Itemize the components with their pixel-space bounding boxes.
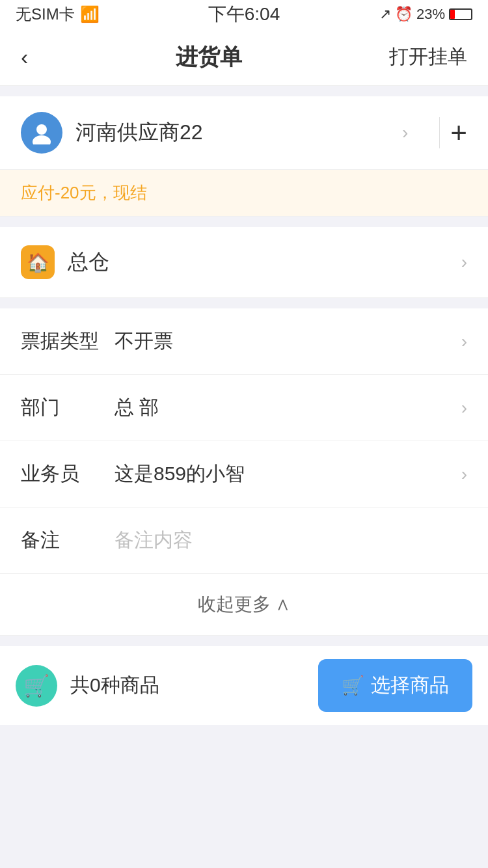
select-btn-icon: 🛒 xyxy=(342,675,364,696)
product-count-label: 共0种商品 xyxy=(70,672,318,699)
battery-label: 23% xyxy=(416,6,445,23)
body-fill xyxy=(0,725,488,868)
status-bar: 无SIM卡 📶 下午6:04 ↗ ⏰ 23% xyxy=(0,0,488,29)
section-gap-1 xyxy=(0,86,488,96)
supplier-name: 河南供应商22 xyxy=(75,118,402,147)
warehouse-row[interactable]: 🏠 总仓 › xyxy=(0,227,488,298)
salesperson-value: 这是859的小智 xyxy=(115,461,461,487)
warehouse-chevron-icon: › xyxy=(461,252,467,273)
open-pending-button[interactable]: 打开挂单 xyxy=(389,44,467,70)
collapse-label: 收起更多 ∧ xyxy=(198,592,291,617)
department-label: 部门 xyxy=(21,394,99,421)
salesperson-label: 业务员 xyxy=(21,461,99,487)
invoice-value: 不开票 xyxy=(115,328,461,355)
battery-bar xyxy=(449,8,472,20)
svg-point-1 xyxy=(33,135,51,144)
invoice-chevron-icon: › xyxy=(461,331,467,352)
status-left: 无SIM卡 📶 xyxy=(16,4,100,25)
nav-title: 进货单 xyxy=(176,42,242,72)
warehouse-icon-wrap: 🏠 xyxy=(21,245,55,279)
wifi-icon: 📶 xyxy=(80,5,100,23)
location-icon: ↗ xyxy=(379,6,391,23)
supplier-section: 河南供应商22 › + 应付-20元，现结 xyxy=(0,96,488,217)
warehouse-icon: 🏠 xyxy=(27,252,49,273)
supplier-row[interactable]: 河南供应商22 › + xyxy=(0,96,488,170)
vertical-divider xyxy=(439,117,440,148)
note-row[interactable]: 备注 备注内容 xyxy=(0,508,488,574)
select-btn-label: 选择商品 xyxy=(371,672,449,699)
note-label: 备注 xyxy=(21,527,99,554)
product-bar: 🛒 共0种商品 🛒 选择商品 xyxy=(0,646,488,725)
section-gap-2 xyxy=(0,217,488,227)
svg-point-0 xyxy=(36,124,47,135)
invoice-label: 票据类型 xyxy=(21,328,99,355)
add-supplier-button[interactable]: + xyxy=(450,118,467,147)
back-button[interactable]: ‹ xyxy=(21,44,28,70)
carrier-label: 无SIM卡 xyxy=(16,4,75,25)
warehouse-section: 🏠 总仓 › xyxy=(0,227,488,298)
section-gap-3 xyxy=(0,298,488,308)
supplier-avatar xyxy=(21,112,62,154)
invoice-row[interactable]: 票据类型 不开票 › xyxy=(0,308,488,375)
warehouse-label: 总仓 xyxy=(68,248,461,277)
note-placeholder: 备注内容 xyxy=(115,527,467,554)
status-time: 下午6:04 xyxy=(208,2,280,27)
alarm-icon: ⏰ xyxy=(395,6,413,23)
salesperson-row[interactable]: 业务员 这是859的小智 › xyxy=(0,441,488,508)
person-icon xyxy=(30,121,53,144)
product-cart-icon: 🛒 xyxy=(23,673,49,698)
collapse-row[interactable]: 收起更多 ∧ xyxy=(0,574,488,636)
nav-bar: ‹ 进货单 打开挂单 xyxy=(0,29,488,86)
alert-text: 应付-20元，现结 xyxy=(21,183,147,202)
department-value: 总 部 xyxy=(115,394,461,421)
form-section: 票据类型 不开票 › 部门 总 部 › 业务员 这是859的小智 › 备注 备注… xyxy=(0,308,488,636)
salesperson-chevron-icon: › xyxy=(461,464,467,485)
select-product-button[interactable]: 🛒 选择商品 xyxy=(318,659,472,712)
department-row[interactable]: 部门 总 部 › xyxy=(0,375,488,441)
battery-fill xyxy=(450,10,455,19)
product-icon-wrap: 🛒 xyxy=(16,665,57,707)
supplier-chevron-icon: › xyxy=(402,122,408,143)
department-chevron-icon: › xyxy=(461,398,467,418)
status-right: ↗ ⏰ 23% xyxy=(379,6,472,23)
alert-row: 应付-20元，现结 xyxy=(0,170,488,217)
